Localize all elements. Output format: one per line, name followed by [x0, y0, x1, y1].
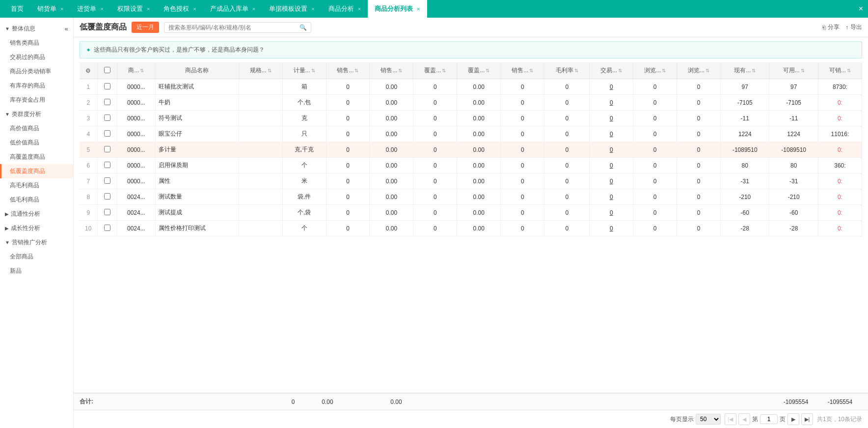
row-browse2: 0	[677, 142, 721, 158]
row-trans[interactable]: 0	[590, 79, 633, 95]
sidebar-item-stock-capital[interactable]: 库存资金占用	[0, 93, 73, 107]
row-select-checkbox[interactable]	[104, 83, 110, 89]
close-icon[interactable]: ×	[417, 0, 420, 18]
column-sales2: 销售...⇅	[370, 62, 413, 79]
row-select-checkbox[interactable]	[104, 225, 110, 231]
sidebar-item-low-coverage[interactable]: 低覆盖度商品	[0, 164, 73, 178]
chevron-down-icon: ▼	[5, 240, 10, 245]
sidebar-collapse-btn[interactable]: «	[65, 25, 68, 32]
close-icon[interactable]: ×	[311, 0, 314, 18]
row-cover2: 0.00	[457, 221, 501, 236]
sidebar-item-category-rate[interactable]: 商品分类动销率	[0, 64, 73, 79]
row-sales3: 0	[501, 95, 544, 111]
close-icon[interactable]: ×	[358, 0, 361, 18]
table-row: 10000...旺辅批次测试箱00.0000.000000097978730:	[80, 79, 862, 95]
row-unit: 克	[282, 111, 326, 126]
nav-role[interactable]: 角色授权 ×	[157, 0, 203, 18]
row-select-checkbox[interactable]	[104, 114, 110, 121]
time-filter-button[interactable]: 近一月	[132, 22, 159, 33]
close-icon[interactable]: ×	[193, 0, 196, 18]
column-settings[interactable]: ⚙	[80, 62, 97, 79]
row-trans[interactable]: 0	[590, 126, 633, 142]
nav-home[interactable]: 首页	[4, 0, 30, 18]
row-browse2: 0	[677, 158, 721, 173]
row-select-checkbox[interactable]	[104, 130, 110, 137]
sidebar-item-traded-goods[interactable]: 交易过的商品	[0, 50, 73, 64]
row-sales1: 0	[326, 158, 370, 173]
row-sales3: 0	[501, 111, 544, 126]
row-sales2: 0.00	[370, 79, 413, 95]
row-trans[interactable]: 0	[590, 189, 633, 205]
export-button[interactable]: ↑ 导出	[845, 23, 862, 31]
row-trans[interactable]: 0	[590, 173, 633, 189]
row-select-checkbox[interactable]	[104, 99, 110, 105]
footer-values: 0 0.00 0.00 -1095554 -1095554	[109, 399, 862, 405]
nav-sales-order[interactable]: 销货单 ×	[30, 0, 70, 18]
row-spec	[239, 173, 282, 189]
select-all-checkbox[interactable]	[104, 67, 110, 73]
close-icon[interactable]: ×	[100, 0, 103, 18]
row-select-checkbox[interactable]	[104, 146, 110, 152]
close-icon[interactable]: ×	[147, 0, 150, 18]
table-row: 70000...属性米00.0000.0000000-31-310:	[80, 173, 862, 189]
row-name: 眼宝公仔	[155, 126, 239, 142]
nav-product-inbound[interactable]: 产成品入库单 ×	[203, 0, 262, 18]
nav-product-analysis[interactable]: 商品分析 ×	[322, 0, 368, 18]
row-select-checkbox[interactable]	[104, 177, 110, 184]
close-icon[interactable]: ×	[252, 0, 255, 18]
row-trans[interactable]: 0	[590, 221, 633, 236]
share-button[interactable]: ⎗ 分享	[822, 23, 840, 31]
table-row: 80024...测试数量袋,件00.0000.0000000-210-2100:	[80, 189, 862, 205]
row-trans[interactable]: 0	[590, 95, 633, 111]
row-sales1: 0	[326, 221, 370, 236]
sidebar-item-high-coverage[interactable]: 高覆盖度商品	[0, 150, 73, 164]
row-trans[interactable]: 0	[590, 205, 633, 221]
row-code: 0000...	[117, 173, 156, 189]
row-trans[interactable]: 0	[590, 158, 633, 173]
sidebar-section-overall[interactable]: ▼ 整体信息 «	[0, 22, 73, 36]
first-page-button[interactable]: |◀	[725, 413, 736, 425]
row-select-checkbox[interactable]	[104, 193, 110, 200]
prev-page-button[interactable]: ◀	[738, 413, 750, 425]
sidebar-item-new-goods[interactable]: 新品	[0, 264, 73, 278]
sidebar-item-high-value[interactable]: 高价值商品	[0, 121, 73, 136]
row-spec	[239, 189, 282, 205]
row-saleable: 0:	[818, 189, 862, 205]
sidebar-item-high-margin[interactable]: 高毛利商品	[0, 178, 73, 193]
row-gross-rate: 0	[544, 173, 590, 189]
sidebar-group-cluster[interactable]: ▼ 类群度分析	[0, 107, 73, 121]
sidebar-item-low-value[interactable]: 低价值商品	[0, 136, 73, 150]
row-trans[interactable]: 0	[590, 142, 633, 158]
sidebar-group-growth[interactable]: ▶ 成长性分析	[0, 221, 73, 235]
page-title: 低覆盖度商品	[80, 22, 127, 32]
sidebar-item-low-margin[interactable]: 低毛利商品	[0, 193, 73, 207]
sidebar-group-marketing[interactable]: ▼ 营销推广分析	[0, 235, 73, 250]
current-page-input[interactable]	[760, 414, 778, 424]
row-trans[interactable]: 0	[590, 111, 633, 126]
sidebar-group-liquidity[interactable]: ▶ 流通性分析	[0, 207, 73, 221]
search-icon[interactable]: 🔍	[299, 24, 307, 31]
close-icon[interactable]: ×	[60, 0, 63, 18]
row-browse2: 0	[677, 189, 721, 205]
sidebar-item-in-stock[interactable]: 有库存的商品	[0, 79, 73, 93]
row-select-checkbox[interactable]	[104, 162, 110, 168]
row-gross-rate: 0	[544, 142, 590, 158]
search-input[interactable]	[168, 24, 297, 31]
nav-permission[interactable]: 权限设置 ×	[110, 0, 157, 18]
last-page-button[interactable]: ▶|	[801, 413, 813, 425]
row-sales1: 0	[326, 95, 370, 111]
row-current: 1224	[721, 126, 769, 142]
next-page-button[interactable]: ▶	[787, 413, 799, 425]
sidebar-item-all-goods[interactable]: 全部商品	[0, 250, 73, 264]
row-select-checkbox[interactable]	[104, 209, 110, 215]
nav-product-analysis-list[interactable]: 商品分析列表 ×	[368, 0, 427, 18]
nav-template-settings[interactable]: 单据模板设置 ×	[262, 0, 321, 18]
per-page-select[interactable]: 50 100 200	[696, 414, 721, 425]
sidebar-item-sales-goods[interactable]: 销售类商品	[0, 36, 73, 50]
row-spec	[239, 79, 282, 95]
column-sales1: 销售...⇅	[326, 62, 370, 79]
window-close-button[interactable]: ×	[859, 0, 863, 18]
nav-purchase[interactable]: 进货单 ×	[70, 0, 110, 18]
row-browse1: 0	[633, 95, 677, 111]
table-row: 40000...眼宝公仔只00.0000.0000000122412241101…	[80, 126, 862, 142]
